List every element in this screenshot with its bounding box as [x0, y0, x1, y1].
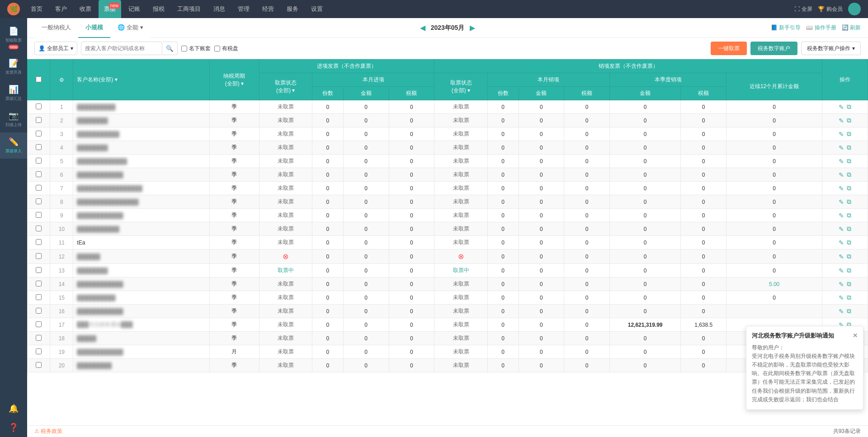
sidebar-item-notification[interactable]: 🔔 — [7, 399, 20, 418]
copy-icon[interactable]: ⧉ — [847, 225, 851, 233]
copy-icon[interactable]: ⧉ — [847, 130, 851, 138]
nav-operation[interactable]: 经营 — [257, 0, 279, 18]
sidebar-item-smart-ticket[interactable]: 📄 智能取票 new — [0, 22, 27, 54]
period-filter[interactable]: ▾ — [241, 80, 244, 87]
row-checkbox[interactable] — [36, 198, 42, 204]
edit-icon[interactable]: ✎ — [839, 171, 844, 179]
edit-icon[interactable]: ✎ — [839, 253, 844, 260]
sidebar-item-scan[interactable]: 📷 扫描上传 — [0, 106, 27, 132]
nav-business[interactable]: 工商项目 — [172, 0, 206, 18]
tax-disk-check[interactable] — [214, 46, 220, 52]
my-account-check[interactable] — [181, 46, 187, 52]
copy-icon[interactable]: ⧉ — [847, 280, 851, 288]
tab-small-scale[interactable]: 小规模 — [78, 18, 110, 38]
copy-icon[interactable]: ⧉ — [847, 239, 851, 246]
copy-icon[interactable]: ⧉ — [847, 198, 851, 206]
nav-invoice[interactable]: 票据 new — [99, 0, 121, 18]
next-month-btn[interactable]: ▶ — [470, 23, 475, 32]
row-checkbox[interactable] — [36, 281, 42, 287]
copy-icon[interactable]: ⧉ — [847, 157, 851, 165]
digital-account-ops-btn[interactable]: 税务数字账户操作 ▾ — [801, 42, 861, 55]
sidebar-item-help[interactable]: ❓ — [7, 418, 20, 437]
out-status-filter[interactable]: ▾ — [467, 87, 470, 94]
table-container[interactable]: ⚙ 客户名称(全部) ▾ 纳税周期(全部) ▾ 进项发票（不含作废票） 销项发票… — [27, 59, 868, 425]
copy-icon[interactable]: ⧉ — [847, 267, 851, 274]
edit-icon[interactable]: ✎ — [839, 267, 844, 274]
edit-icon[interactable]: ✎ — [839, 158, 844, 165]
row-checkbox[interactable] — [36, 239, 42, 245]
my-account-checkbox[interactable]: 名下账套 — [181, 45, 211, 52]
search-btn[interactable]: 🔍 — [162, 42, 178, 55]
edit-icon[interactable]: ✎ — [839, 117, 844, 124]
sidebar-item-summary[interactable]: 📊 票据汇总 — [0, 80, 27, 106]
nav-service[interactable]: 服务 — [281, 0, 304, 18]
sidebar-item-entry[interactable]: ✏️ 票据录入 — [0, 132, 27, 159]
copy-icon[interactable]: ⧉ — [847, 253, 851, 260]
tab-general-taxpayer[interactable]: 一般纳税人 — [34, 18, 78, 38]
row-checkbox[interactable] — [36, 103, 42, 109]
row-checkbox[interactable] — [36, 144, 42, 150]
edit-icon[interactable]: ✎ — [839, 212, 844, 219]
employee-select[interactable]: 👤 全部员工 ▾ — [34, 42, 77, 55]
edit-icon[interactable]: ✎ — [839, 308, 844, 315]
nav-receive[interactable]: 收票 — [74, 0, 97, 18]
edit-icon[interactable]: ✎ — [839, 131, 844, 138]
tab-all[interactable]: 🌐 全能 ▾ — [110, 18, 151, 38]
prev-month-btn[interactable]: ◀ — [420, 23, 425, 32]
nav-admin[interactable]: 管理 — [232, 0, 255, 18]
edit-icon[interactable]: ✎ — [839, 144, 844, 151]
row-checkbox[interactable] — [36, 158, 42, 164]
copy-icon[interactable]: ⧉ — [847, 144, 851, 151]
copy-icon[interactable]: ⧉ — [847, 103, 851, 111]
new-guide-btn[interactable]: 📘 新手引导 — [771, 24, 801, 32]
in-status-filter[interactable]: ▾ — [292, 87, 295, 94]
sidebar-item-open-invoice[interactable]: 📝 发票开具 — [0, 54, 27, 80]
row-checkbox[interactable] — [36, 253, 42, 259]
row-checkbox[interactable] — [36, 117, 42, 123]
digital-account-btn[interactable]: 税务数字账户 — [750, 42, 797, 55]
edit-icon[interactable]: ✎ — [839, 103, 844, 111]
select-all-checkbox[interactable] — [36, 76, 42, 82]
edit-icon[interactable]: ✎ — [839, 239, 844, 246]
nav-message[interactable]: 消息 — [208, 0, 231, 18]
nav-tax[interactable]: 报税 — [147, 0, 170, 18]
search-input[interactable] — [81, 42, 162, 55]
notif-close-btn[interactable]: ✕ — [853, 332, 858, 339]
copy-icon[interactable]: ⧉ — [847, 117, 851, 124]
manual-btn[interactable]: 📖 操作手册 — [806, 24, 836, 32]
refresh-btn[interactable]: 🔄 刷新 — [842, 24, 861, 32]
edit-icon[interactable]: ✎ — [839, 281, 844, 288]
fullscreen-btn[interactable]: ⛶ 全屏 — [794, 5, 812, 13]
row-checkbox[interactable] — [36, 335, 42, 341]
row-checkbox[interactable] — [36, 321, 42, 327]
row-checkbox[interactable] — [36, 294, 42, 300]
edit-icon[interactable]: ✎ — [839, 226, 844, 233]
nav-settings[interactable]: 设置 — [306, 0, 328, 18]
edit-icon[interactable]: ✎ — [839, 185, 844, 192]
nav-bookkeeping[interactable]: 记账 — [123, 0, 146, 18]
filter-icon[interactable]: ▾ — [115, 76, 118, 83]
copy-icon[interactable]: ⧉ — [847, 171, 851, 179]
one-click-ticket-btn[interactable]: 一键取票 — [711, 42, 747, 55]
copy-icon[interactable]: ⧉ — [847, 184, 851, 192]
nav-home[interactable]: 首页 — [25, 0, 48, 18]
row-checkbox[interactable] — [36, 212, 42, 218]
row-checkbox[interactable] — [36, 362, 42, 368]
row-checkbox[interactable] — [36, 171, 42, 177]
nav-customer[interactable]: 客户 — [50, 0, 72, 18]
copy-icon[interactable]: ⧉ — [847, 211, 851, 219]
row-checkbox[interactable] — [36, 185, 42, 191]
copy-icon[interactable]: ⧉ — [847, 307, 851, 315]
edit-icon[interactable]: ✎ — [839, 294, 844, 301]
row-checkbox[interactable] — [36, 308, 42, 314]
row-checkbox[interactable] — [36, 267, 42, 273]
policy-alert[interactable]: ⚠ 税务政策 — [34, 428, 62, 435]
row-checkbox[interactable] — [36, 131, 42, 136]
copy-icon[interactable]: ⧉ — [847, 294, 851, 301]
row-checkbox[interactable] — [36, 348, 42, 354]
vip-btn[interactable]: 🏆 购会员 — [818, 5, 843, 13]
tax-disk-checkbox[interactable]: 有税盘 — [214, 45, 238, 52]
edit-icon[interactable]: ✎ — [839, 198, 844, 206]
avatar[interactable] — [848, 3, 861, 15]
row-checkbox[interactable] — [36, 226, 42, 231]
